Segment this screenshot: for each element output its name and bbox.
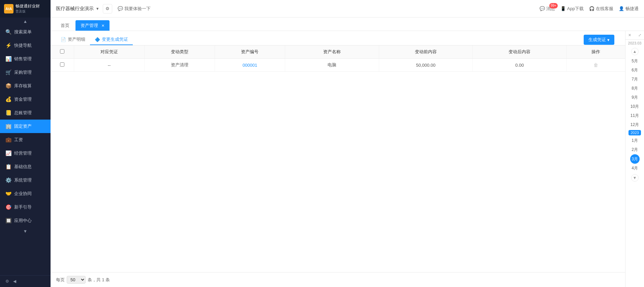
right-panel: ✕ ⤢ 2023.03 ▲5月6月7月8月9月10月11月12月20231月2月… — [625, 31, 644, 287]
month-item[interactable]: 4月 — [625, 164, 644, 173]
sidebar-item-inventory[interactable]: 📦库存核算 — [0, 79, 51, 93]
scroll-up-month-btn[interactable]: ▲ — [631, 48, 639, 55]
sidebar-icon-guide: 🎯 — [5, 204, 11, 210]
generate-dropdown-icon: ▾ — [607, 37, 610, 42]
table-wrapper: 对应凭证 变动类型 资产编号 资产名称 变动前内容 变动后内容 操作 -- 资产… — [51, 45, 625, 272]
sidebar-icon-funds: 💰 — [5, 96, 11, 102]
sub-tab-assets-detail[interactable]: 📄 资产明细 — [56, 34, 90, 45]
sidebar-item-system[interactable]: ⚙️系统管理 — [0, 173, 51, 187]
row-checkbox-0[interactable] — [60, 62, 64, 67]
sidebar-item-purchase[interactable]: 🛒采购管理 — [0, 66, 51, 79]
app-icon: 📱 — [560, 6, 566, 11]
logo-name: 畅捷通好业财 — [16, 4, 40, 9]
month-item[interactable]: 2月 — [625, 145, 644, 154]
service-btn[interactable]: 🎧 在线客服 — [589, 6, 613, 12]
month-item[interactable]: 5月 — [625, 57, 644, 66]
tab-close-icon[interactable]: ✕ — [101, 24, 104, 28]
panel-expand-icon[interactable]: ⤢ — [638, 33, 641, 37]
sidebar-item-guide[interactable]: 🎯新手引导 — [0, 200, 51, 214]
col-header-before: 变动前内容 — [379, 45, 472, 59]
month-item[interactable]: 10月 — [625, 102, 644, 111]
row-code-0: 000001 — [215, 59, 285, 72]
sidebar-collapse-icon[interactable]: ◀ — [13, 279, 16, 284]
sidebar-item-ledger[interactable]: 📒总账管理 — [0, 106, 51, 120]
sidebar-item-search[interactable]: 🔍搜索菜单 — [0, 25, 51, 39]
company-name: 医疗器械行业演示 — [56, 6, 94, 12]
logo-icon: AtA — [4, 4, 13, 13]
experience-text: 我要体验一下 — [124, 6, 151, 12]
experience-btn[interactable]: 💬 我要体验一下 — [118, 6, 151, 12]
sidebar-item-basic-info[interactable]: 📋基础信息 — [0, 160, 51, 173]
sidebar-item-funds[interactable]: 💰资金管理 — [0, 93, 51, 106]
per-page-select[interactable]: 50 10 20 100 — [67, 276, 86, 284]
sidebar-item-payroll[interactable]: 💼工资 — [0, 133, 51, 147]
col-header-code: 资产编号 — [215, 45, 285, 59]
user-label: 畅捷通 — [625, 6, 639, 12]
generate-voucher-btn[interactable]: 生成凭证 ▾ — [584, 35, 614, 45]
assets-detail-icon: 📄 — [61, 37, 66, 42]
per-page-label: 每页 — [56, 277, 65, 283]
user-btn[interactable]: 👤 畅捷通 — [619, 6, 639, 12]
app-label: App下载 — [567, 6, 584, 12]
month-item[interactable]: 6月 — [625, 66, 644, 75]
scroll-down-month-btn[interactable]: ▼ — [631, 174, 639, 182]
tab-label: 资产管理 — [81, 23, 98, 28]
settings-icon: ⚙ — [105, 6, 110, 11]
month-item[interactable]: 8月 — [625, 84, 644, 93]
sidebar-label-app-center: 应用中心 — [14, 218, 32, 224]
sidebar-icon-search: 🔍 — [5, 29, 11, 35]
sidebar-item-quick-nav[interactable]: ⚡快捷导航 — [0, 39, 51, 52]
sidebar-label-enterprise: 企业协同 — [14, 191, 32, 197]
right-panel-header: ✕ ⤢ — [625, 31, 644, 40]
tab-home[interactable]: 首页 — [56, 21, 74, 31]
sidebar-label-payroll: 工资 — [14, 137, 23, 143]
sidebar-icon-fixed-assets: 🏢 — [5, 123, 11, 129]
table-row: -- 资产清理 000001 电脑 50,000.00 0.00 🗑 — [51, 59, 625, 72]
total-text: 条，共 1 条 — [88, 277, 110, 283]
sidebar-label-fixed-assets: 固定资产 — [14, 123, 32, 129]
sidebar-settings-icon[interactable]: ⚙ — [5, 279, 9, 284]
sidebar-item-app-center[interactable]: 🔲应用中心 — [0, 214, 51, 227]
right-panel-months: ▲5月6月7月8月9月10月11月12月20231月2月3月4月▼ — [625, 46, 644, 287]
message-icon: 💬 — [540, 6, 545, 11]
header: 医疗器械行业演示 ▾ ⚙ 💬 我要体验一下 💬 消息 99+ 📱 App下载 🎧… — [51, 0, 644, 18]
assets-detail-label: 资产明细 — [68, 36, 85, 42]
app-download-btn[interactable]: 📱 App下载 — [560, 6, 584, 12]
select-all-checkbox[interactable] — [60, 49, 64, 54]
assets-table: 对应凭证 变动类型 资产编号 资产名称 变动前内容 变动后内容 操作 -- 资产… — [51, 45, 625, 72]
tab-bar: 首页 资产管理 ✕ — [51, 18, 644, 31]
sidebar-item-operations[interactable]: 📈经营管理 — [0, 147, 51, 160]
service-icon: 🎧 — [589, 6, 594, 11]
month-item[interactable]: 1月 — [625, 136, 644, 145]
col-header-name: 资产名称 — [285, 45, 379, 59]
service-label: 在线客服 — [596, 6, 613, 12]
sidebar-item-fixed-assets[interactable]: 🏢固定资产 — [0, 120, 51, 133]
sidebar-icon-sales: 📊 — [5, 56, 11, 62]
header-settings-btn[interactable]: ⚙ — [103, 4, 112, 13]
scroll-up-btn[interactable]: ▲ — [0, 18, 51, 25]
sidebar-icon-system: ⚙️ — [5, 177, 11, 183]
scroll-down-btn[interactable]: ▼ — [0, 227, 51, 235]
row-op-0: 🗑 — [566, 59, 625, 72]
month-item[interactable]: 12月 — [625, 120, 644, 129]
tab-assets-mgmt[interactable]: 资产管理 ✕ — [75, 20, 110, 31]
sidebar-icon-basic-info: 📋 — [5, 164, 11, 170]
year-current: 2023.03 — [627, 40, 642, 46]
sub-tab-change-voucher[interactable]: 🔷 变更生成凭证 — [90, 34, 133, 45]
month-item[interactable]: 9月 — [625, 93, 644, 102]
sidebar-item-sales[interactable]: 📊销售管理 — [0, 52, 51, 66]
sidebar-item-enterprise[interactable]: 🤝企业协同 — [0, 187, 51, 200]
row-before-0: 50,000.00 — [379, 59, 472, 72]
company-dropdown[interactable]: ▾ — [96, 6, 99, 11]
message-btn[interactable]: 💬 消息 99+ — [540, 6, 555, 12]
sidebar-label-funds: 资金管理 — [14, 96, 32, 102]
pagination-bar: 每页 50 10 20 100 条，共 1 条 — [51, 272, 625, 287]
experience-icon: 💬 — [118, 6, 123, 11]
panel-close-icon[interactable]: ✕ — [628, 33, 631, 37]
change-voucher-icon: 🔷 — [95, 37, 100, 42]
month-item[interactable]: 11月 — [625, 111, 644, 120]
delete-row-0-icon[interactable]: 🗑 — [593, 62, 598, 68]
month-item-active[interactable]: 3月 — [630, 154, 640, 164]
month-item[interactable]: 7月 — [625, 75, 644, 84]
change-voucher-label: 变更生成凭证 — [102, 36, 128, 42]
